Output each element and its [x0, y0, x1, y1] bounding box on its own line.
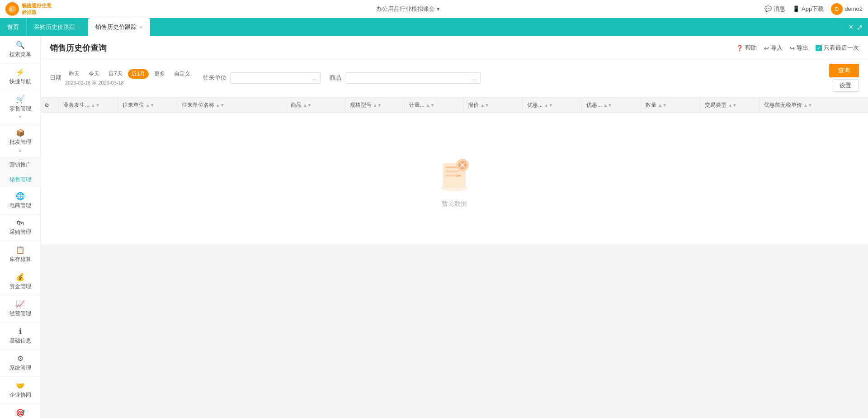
main-layout: 🔍 搜索菜单 ⚡ 快捷导航 🛒 零售管理 ▾ 📦 批发管理 ▴ 营销推广 销售管… [0, 36, 868, 418]
date-chip-7days[interactable]: 近7天 [105, 69, 126, 79]
th-pre-tax[interactable]: 优惠前无税单价 ▲▼ [760, 98, 868, 113]
th-partner-name[interactable]: 往来单位名称 ▲▼ [177, 98, 286, 113]
logo-area: 6 畅捷通好生意 标准版 [5, 2, 52, 16]
th-discount2[interactable]: 优惠... ▲▼ [582, 98, 641, 113]
sort-icon-product: ▲▼ [303, 104, 312, 107]
help-button[interactable]: ❓ 帮助 [736, 44, 757, 52]
close-all-button[interactable]: × [849, 23, 853, 31]
th-unit[interactable]: 计量... ▲▼ [405, 98, 464, 113]
sidebar-item-ecommerce[interactable]: 🌐 电商管理 [0, 187, 40, 214]
topbar-left: 6 畅捷通好生意 标准版 [5, 2, 52, 16]
th-quantity[interactable]: 数量 ▲▼ [641, 98, 700, 113]
empty-text: 暂元数据 [442, 200, 467, 208]
inventory-icon: 📋 [16, 246, 25, 254]
page-title: 销售历史价查询 [50, 43, 107, 53]
sort-icon-trade-type: ▲▼ [728, 104, 737, 107]
query-button[interactable]: 查询 [829, 64, 859, 77]
svg-rect-5 [445, 171, 459, 172]
tab-home[interactable]: 首页 [0, 18, 27, 36]
export-button[interactable]: ↪ 导出 [790, 44, 808, 52]
date-chip-more[interactable]: 更多 [151, 69, 169, 79]
sidebar-item-shortcut[interactable]: ⚡ 快捷导航 [0, 63, 40, 90]
purchase-icon: 🛍 [17, 219, 24, 227]
svg-text:6: 6 [9, 6, 12, 12]
product-input[interactable]: ... [345, 72, 481, 84]
sort-icon-biz-date: ▲▼ [91, 104, 100, 107]
message-button[interactable]: 💬 消息 [764, 5, 785, 13]
topbar: 6 畅捷通好生意 标准版 办公用品行业模拟账套 ▾ 💬 消息 📱 App下载 D… [0, 0, 868, 18]
sidebar-item-guide[interactable]: 🎯 新手引导 [0, 404, 40, 418]
sort-icon-discount2: ▲▼ [603, 104, 612, 107]
partner-filter-group: 往来单位 ... [203, 72, 321, 84]
wholesale-icon: 📦 [16, 128, 25, 137]
logo-text: 畅捷通好生意 标准版 [22, 2, 52, 15]
wholesale-arrow: ▴ [19, 147, 21, 152]
cooperation-icon: 🤝 [16, 381, 25, 390]
th-gear[interactable]: ⚙ [41, 99, 59, 112]
date-chip-custom[interactable]: 自定义 [170, 69, 194, 79]
import-button[interactable]: ↩ 导入 [764, 44, 783, 52]
sort-icon-pre-tax: ▲▼ [803, 104, 812, 107]
product-filter-group: 商品 ... [330, 72, 481, 84]
avatar: D [831, 3, 843, 15]
sidebar-item-system[interactable]: ⚙ 系统管理 [0, 350, 40, 377]
export-icon: ↪ [790, 45, 795, 52]
date-chip-today[interactable]: 今天 [85, 69, 103, 79]
shortcut-icon: ⚡ [16, 68, 25, 76]
expand-button[interactable]: ⤢ [857, 23, 863, 32]
sort-icon-spec: ▲▼ [373, 104, 382, 107]
sort-icon-partner-name: ▲▼ [216, 104, 225, 107]
sidebar-item-finance[interactable]: 💰 资金管理 [0, 268, 40, 295]
filter-actions: 查询 设置 [829, 64, 859, 92]
tab-purchase-history[interactable]: 采购历史价跟踪 × [27, 18, 88, 36]
import-icon: ↩ [764, 45, 769, 52]
settings-button[interactable]: 设置 [832, 79, 859, 92]
sidebar-item-search[interactable]: 🔍 搜索菜单 [0, 36, 40, 63]
sidebar-item-operations[interactable]: 📈 经营管理 [0, 295, 40, 323]
system-icon: ⚙ [17, 354, 24, 363]
th-partner-code[interactable]: 往来单位 ▲▼ [118, 98, 177, 113]
sort-icon-discount1: ▲▼ [544, 104, 553, 107]
date-chip-1month[interactable]: 近1月 [128, 69, 149, 79]
filter-row: 日期 昨天 今天 近7天 近1月 更多 自定义 2023-02-18 至 202… [50, 64, 859, 92]
tab-sales-close[interactable]: × [139, 24, 142, 30]
product-dots: ... [472, 75, 477, 81]
page-actions: ❓ 帮助 ↩ 导入 ↪ 导出 只看最后一次 [736, 44, 859, 52]
date-chip-yesterday[interactable]: 昨天 [65, 69, 83, 79]
sort-icon-quantity: ▲▼ [658, 104, 667, 107]
sidebar-item-cooperation[interactable]: 🤝 企业协同 [0, 377, 40, 404]
sidebar-item-purchase[interactable]: 🛍 采购管理 [0, 214, 40, 241]
th-quote[interactable]: 报价 ▲▼ [463, 98, 523, 113]
sort-icon-unit: ▲▼ [426, 104, 435, 107]
download-icon: 📱 [793, 5, 800, 12]
logo-icon: 6 [5, 2, 19, 16]
partner-input[interactable]: ... [230, 72, 321, 84]
sidebar-item-basic[interactable]: ℹ 基础信息 [0, 323, 40, 350]
user-area[interactable]: D demo2 [831, 3, 863, 15]
date-label: 日期 [50, 74, 61, 82]
only-last-checkbox[interactable]: 只看最后一次 [816, 44, 859, 52]
sidebar-sub-marketing[interactable]: 营销推广 [0, 157, 40, 172]
tab-sales-history[interactable]: 销售历史价跟踪 × [88, 18, 150, 36]
th-product[interactable]: 商品 ▲▼ [286, 98, 345, 113]
th-biz-date[interactable]: 业务发生... ▲▼ [59, 98, 118, 113]
topbar-right: 💬 消息 📱 App下载 D demo2 [764, 3, 863, 15]
wholesale-submenu: 营销推广 销售管理 [0, 157, 40, 187]
page-header: 销售历史价查询 ❓ 帮助 ↩ 导入 ↪ 导出 只看最后一次 [41, 36, 868, 58]
app-name-dropdown[interactable]: 办公用品行业模拟账套 ▾ [376, 5, 440, 13]
retail-arrow: ▾ [19, 114, 21, 119]
operations-icon: 📈 [16, 300, 25, 309]
sidebar-item-retail[interactable]: 🛒 零售管理 ▾ [0, 90, 40, 124]
tab-sales-label: 销售历史价跟踪 [95, 23, 137, 31]
sidebar-sub-sales-mgmt[interactable]: 销售管理 [0, 172, 40, 187]
sidebar-item-wholesale[interactable]: 📦 批发管理 ▴ [0, 124, 40, 157]
tab-purchase-close[interactable]: × [78, 24, 80, 30]
th-trade-type[interactable]: 交易类型 ▲▼ [700, 98, 760, 113]
basic-icon: ℹ [19, 327, 22, 336]
th-discount1[interactable]: 优惠... ▲▼ [523, 98, 582, 113]
empty-state: 暂元数据 [41, 113, 868, 244]
tabbar-actions: × ⤢ [849, 23, 868, 32]
sidebar-item-inventory[interactable]: 📋 库存核算 [0, 241, 40, 268]
app-download-button[interactable]: 📱 App下载 [793, 5, 824, 13]
th-spec[interactable]: 规格型号 ▲▼ [345, 98, 405, 113]
